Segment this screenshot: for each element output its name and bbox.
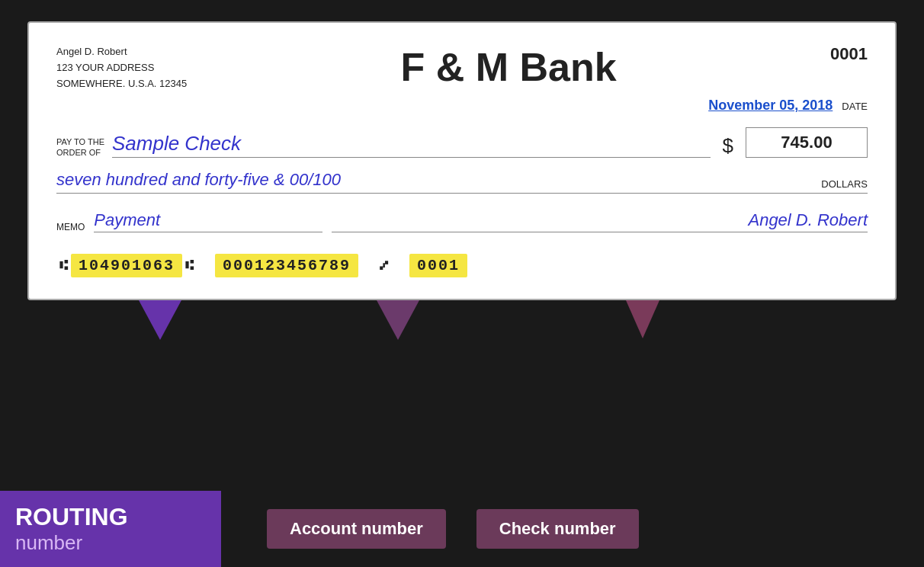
memo-line: Payment: [94, 210, 322, 232]
address-block: Angel D. Robert 123 YOUR ADDRESS SOMEWHE…: [56, 44, 187, 91]
signature-line: Angel D. Robert: [332, 210, 868, 232]
address-line2: SOMEWHERE. U.S.A. 12345: [56, 76, 187, 92]
bottom-bar: ROUTING number Account number Check numb…: [0, 300, 924, 567]
dollar-sign: $: [718, 134, 738, 158]
date-value: November 05, 2018: [708, 98, 833, 114]
account-holder-name: Angel D. Robert: [56, 44, 187, 60]
pay-to-label: PAY TO THE ORDER OF: [56, 136, 104, 159]
written-amount-row: seven hundred and forty-five & 00/100 DO…: [56, 170, 868, 194]
routing-label-bottom: number: [15, 531, 206, 555]
payee-line: Sample Check: [112, 132, 711, 158]
memo-value: Payment: [94, 210, 160, 229]
check-number-top: 0001: [830, 44, 868, 64]
micr-symbol-close1: ⑆: [185, 258, 194, 274]
check-number-micr: 0001: [409, 254, 467, 277]
payee-name: Sample Check: [112, 132, 241, 155]
account-arrow: [377, 300, 419, 340]
address-line1: 123 YOUR ADDRESS: [56, 60, 187, 76]
routing-label-box: ROUTING number: [0, 491, 221, 567]
bank-name: F & M Bank: [202, 44, 815, 90]
dollars-label: DOLLARS: [821, 178, 868, 190]
written-amount: seven hundred and forty-five & 00/100: [56, 170, 341, 190]
check-document: Angel D. Robert 123 YOUR ADDRESS SOMEWHE…: [27, 21, 897, 300]
routing-arrow: [139, 300, 181, 340]
pay-to-row: PAY TO THE ORDER OF Sample Check $ 745.0…: [56, 127, 868, 158]
routing-label-top: ROUTING: [15, 503, 206, 531]
signature-value: Angel D. Robert: [748, 210, 868, 229]
memo-row: MEMO Payment Angel D. Robert: [56, 210, 868, 232]
check-arrow: [626, 300, 659, 338]
memo-label: MEMO: [56, 222, 85, 232]
micr-line: ⑆ 104901063 ⑆ 000123456789 ⑇ 0001: [56, 254, 868, 277]
check-top-row: Angel D. Robert 123 YOUR ADDRESS SOMEWHE…: [56, 44, 868, 91]
date-label: DATE: [842, 101, 868, 112]
date-row: November 05, 2018 DATE: [56, 98, 868, 114]
micr-symbol-open1: ⑆: [59, 258, 68, 274]
micr-symbol-equals: ⑇: [380, 258, 388, 274]
routing-number-micr: 104901063: [71, 254, 182, 277]
labels-row: ROUTING number Account number Check numb…: [0, 491, 924, 567]
amount-box: 745.00: [746, 127, 868, 158]
account-number-label: Account number: [267, 509, 446, 549]
account-number-micr: 000123456789: [215, 254, 358, 277]
check-number-label: Check number: [476, 509, 639, 549]
